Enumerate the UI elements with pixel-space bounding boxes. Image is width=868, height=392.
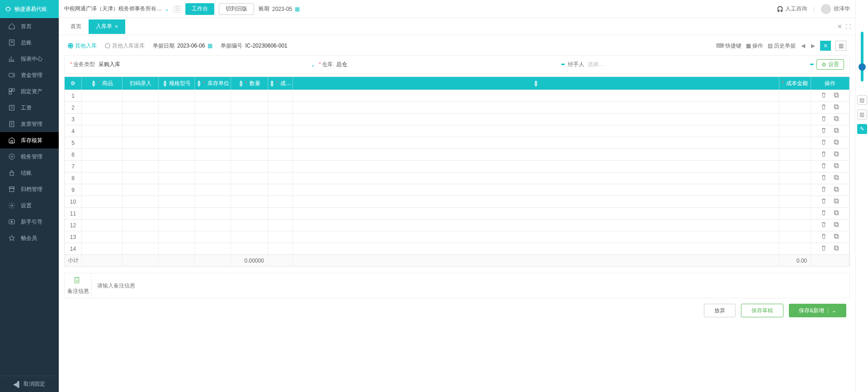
delete-icon[interactable] xyxy=(820,209,827,218)
delete-icon[interactable] xyxy=(820,139,827,147)
tab-home[interactable]: 首页 xyxy=(63,19,89,34)
view-form-icon[interactable]: ≡ xyxy=(820,41,831,51)
delete-icon[interactable] xyxy=(820,150,827,159)
delete-icon[interactable] xyxy=(820,174,827,182)
settings-button[interactable]: ⚙设置 xyxy=(816,59,844,70)
dock-btn-3[interactable]: ✎ xyxy=(857,124,867,134)
copy-icon[interactable] xyxy=(833,115,840,124)
delete-icon[interactable] xyxy=(820,91,827,100)
sidebar-item-close[interactable]: 结账 xyxy=(0,165,59,181)
memo-input[interactable] xyxy=(92,273,849,298)
close-icon[interactable]: × xyxy=(115,24,118,30)
delete-icon[interactable] xyxy=(820,197,827,206)
table-row[interactable]: 6 xyxy=(65,148,849,160)
table-row[interactable]: 2 xyxy=(65,101,849,113)
sidebar-item-assets[interactable]: 固定资产 xyxy=(0,83,59,100)
th-spec[interactable]: ▲▼规格型号 xyxy=(159,77,195,90)
tab-inbound-order[interactable]: 入库单× xyxy=(89,19,125,34)
copy-icon[interactable] xyxy=(833,103,840,112)
copy-icon[interactable] xyxy=(833,221,840,229)
table-row[interactable]: 10 xyxy=(65,196,849,207)
table-row[interactable]: 8 xyxy=(65,172,849,184)
dock-slider[interactable] xyxy=(861,32,863,81)
user-menu[interactable]: 徐泽华 xyxy=(821,4,850,14)
sidebar-item-invoice[interactable]: 发票管理 xyxy=(0,116,59,132)
delete-icon[interactable] xyxy=(820,221,827,229)
sidebar-item-ledger[interactable]: 总账 xyxy=(0,34,59,51)
tool-history[interactable]: ▤历史单据 xyxy=(768,42,796,50)
field-handler[interactable]: 经手人 选择… ••• xyxy=(568,61,813,68)
table-row[interactable]: 3 xyxy=(65,113,849,125)
tool-operation[interactable]: ▦操作 xyxy=(746,42,763,50)
th-gear[interactable]: ⚙ xyxy=(65,77,82,90)
th-good[interactable]: ▲▼*商品 xyxy=(82,77,123,90)
sidebar-item-funds[interactable]: 资金管理 xyxy=(0,67,59,83)
delete-icon[interactable] xyxy=(820,162,827,171)
consult-button[interactable]: 🎧人工咨询 xyxy=(777,5,807,13)
delete-icon[interactable] xyxy=(820,103,827,112)
period-selector[interactable]: 账期 2023-05 ▦ xyxy=(259,5,300,13)
table-row[interactable]: 5 xyxy=(65,137,849,148)
th-blank[interactable]: ▲▼ xyxy=(293,77,779,90)
copy-icon[interactable] xyxy=(833,91,840,100)
delete-icon[interactable] xyxy=(820,186,827,194)
table-row[interactable]: 12 xyxy=(65,219,849,231)
sidebar-item-tax[interactable]: 税务管理 xyxy=(0,148,59,165)
view-grid-icon[interactable]: ▥ xyxy=(835,41,846,51)
delete-icon[interactable] xyxy=(820,233,827,241)
dock-btn-1[interactable]: ▤ xyxy=(857,95,867,105)
th-unit[interactable]: ▲▼*库存单位 xyxy=(195,77,231,90)
copy-icon[interactable] xyxy=(833,233,840,241)
sidebar-item-settings[interactable]: 设置 xyxy=(0,197,59,214)
company-selector[interactable]: 中税网通广泽（天津）税务师事务所有… ⌄ xyxy=(64,5,169,13)
table-row[interactable]: 14 xyxy=(65,243,849,254)
radio-other-in-return[interactable]: 其他入库退库 xyxy=(105,42,145,50)
th-qty[interactable]: ▲▼*数量 xyxy=(231,77,268,90)
copy-icon[interactable] xyxy=(833,127,840,135)
sidebar-item-inventory[interactable]: 库存核算 xyxy=(0,132,59,148)
th-price[interactable]: ▲▼*成… xyxy=(268,77,293,90)
brand-logo[interactable]: 畅捷通易代账 xyxy=(0,0,59,18)
delete-icon[interactable] xyxy=(820,127,827,135)
sidebar-item-salary[interactable]: 工资 xyxy=(0,100,59,116)
table-row[interactable]: 9 xyxy=(65,184,849,196)
sidebar-item-member[interactable]: 畅会员 xyxy=(0,230,59,246)
calendar-icon[interactable]: ☰ xyxy=(174,5,181,13)
workbench-button[interactable]: 工作台 xyxy=(185,3,214,15)
next-icon[interactable]: ▶ xyxy=(810,43,816,49)
sidebar-unpin[interactable]: ◀▌取消固定 xyxy=(0,376,59,392)
sidebar-item-guide[interactable]: 新手引导 xyxy=(0,214,59,230)
radio-other-in[interactable]: 其他入库 xyxy=(68,42,97,50)
copy-icon[interactable] xyxy=(833,186,840,194)
table-row[interactable]: 4 xyxy=(65,125,849,137)
copy-icon[interactable] xyxy=(833,150,840,159)
discard-button[interactable]: 放弃 xyxy=(704,304,736,317)
field-biztype[interactable]: *业务类型 采购入库 ⌄ xyxy=(70,61,315,68)
delete-icon[interactable] xyxy=(820,115,827,124)
copy-icon[interactable] xyxy=(833,162,840,171)
sidebar-item-reports[interactable]: 报表中心 xyxy=(0,51,59,67)
dock-btn-2[interactable]: ▥ xyxy=(857,110,867,120)
copy-icon[interactable] xyxy=(833,174,840,182)
save-draft-button[interactable]: 保存草稿 xyxy=(741,304,783,317)
copy-icon[interactable] xyxy=(833,197,840,206)
switch-old-button[interactable]: 切到旧版 xyxy=(219,3,254,15)
delete-icon[interactable] xyxy=(820,244,827,253)
th-scan[interactable]: 扫码录入 xyxy=(123,77,159,90)
fullscreen-icon[interactable]: ⛶ xyxy=(845,24,851,30)
field-warehouse[interactable]: *仓库 总仓 ••• xyxy=(319,61,564,68)
table-row[interactable]: 1 xyxy=(65,90,849,101)
prev-icon[interactable]: ◀ xyxy=(800,43,806,49)
table-row[interactable]: 7 xyxy=(65,160,849,172)
table-row[interactable]: 11 xyxy=(65,207,849,219)
th-amount[interactable]: *成本金额 xyxy=(779,77,811,90)
tool-shortcut[interactable]: ⌨快捷键 xyxy=(716,42,741,50)
sidebar-item-home[interactable]: 首页 xyxy=(0,18,59,34)
save-add-button[interactable]: 保存&新增⌄ xyxy=(789,304,846,317)
sidebar-item-archive[interactable]: 归档管理 xyxy=(0,181,59,197)
copy-icon[interactable] xyxy=(833,244,840,253)
copy-icon[interactable] xyxy=(833,209,840,218)
doc-date[interactable]: 单据日期2023-06-06▦ xyxy=(153,42,212,50)
copy-icon[interactable] xyxy=(833,139,840,147)
close-all-icon[interactable]: × xyxy=(838,23,842,31)
